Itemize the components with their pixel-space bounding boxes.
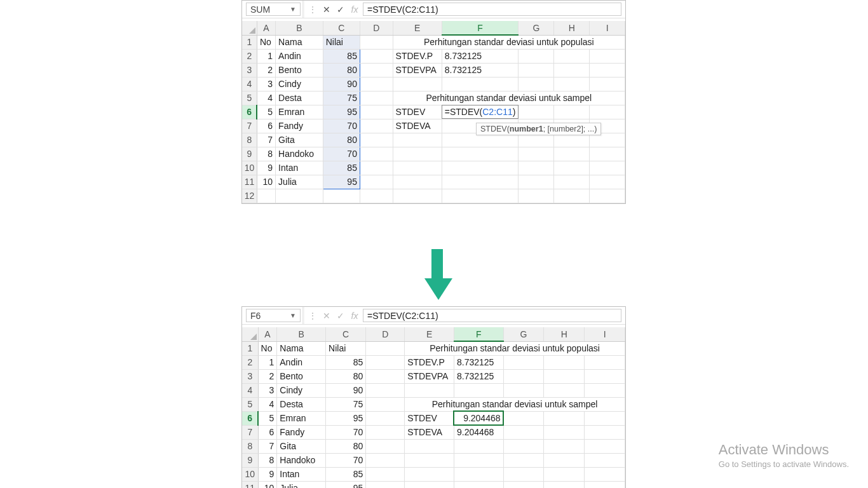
cell-A4[interactable]: 3: [258, 383, 277, 397]
cell-H3[interactable]: [544, 369, 585, 383]
cell-C10[interactable]: 85: [323, 161, 360, 175]
cell-H2[interactable]: [544, 355, 585, 369]
row-header-6[interactable]: 6: [242, 411, 258, 425]
select-all-corner[interactable]: [242, 21, 257, 35]
cell-F4[interactable]: [442, 77, 519, 91]
col-header-I[interactable]: I: [585, 327, 625, 341]
cell-A8[interactable]: 7: [258, 439, 277, 453]
cell-C7[interactable]: 70: [326, 425, 366, 439]
cell-I2[interactable]: [590, 49, 625, 63]
cell-C1[interactable]: Nilai: [323, 35, 360, 49]
cancel-icon[interactable]: ✕: [320, 1, 334, 18]
cell-D3[interactable]: [366, 369, 405, 383]
cell-D4[interactable]: [366, 383, 405, 397]
cell-F2[interactable]: 8.732125: [454, 355, 503, 369]
cell-B12[interactable]: [276, 189, 323, 203]
cell-D8[interactable]: [366, 439, 405, 453]
cell-H2[interactable]: [554, 49, 590, 63]
cell-D10[interactable]: [366, 467, 405, 481]
col-header-B[interactable]: B: [277, 327, 326, 341]
cell-B9[interactable]: Handoko: [277, 453, 326, 467]
cell-C10[interactable]: 85: [326, 467, 366, 481]
select-all-corner[interactable]: [242, 327, 258, 341]
name-box[interactable]: F6 ▼: [246, 309, 301, 322]
cell-H9[interactable]: [554, 147, 590, 161]
cell-E7[interactable]: STDEVA: [405, 425, 454, 439]
cell-B8[interactable]: Gita: [276, 133, 323, 147]
cell-I3[interactable]: [585, 369, 625, 383]
row-header-4[interactable]: 4: [242, 383, 258, 397]
formula-input[interactable]: =STDEV(C2:C11): [363, 309, 621, 322]
fx-icon[interactable]: fx: [348, 308, 362, 324]
cell-E11[interactable]: [393, 175, 442, 189]
cell-E8[interactable]: [393, 133, 442, 147]
cell-C9[interactable]: 70: [326, 453, 366, 467]
cell-E6[interactable]: STDEV: [393, 105, 442, 119]
cell-B7[interactable]: Fandy: [277, 425, 326, 439]
cell-E4[interactable]: [393, 77, 442, 91]
cell-H8[interactable]: [544, 439, 585, 453]
col-header-D[interactable]: D: [360, 21, 393, 35]
cell-F7[interactable]: 9.204468: [454, 425, 503, 439]
cell-G9[interactable]: [519, 147, 554, 161]
cell-I11[interactable]: [585, 481, 625, 488]
cell-A5[interactable]: 4: [257, 91, 275, 105]
cell-F9[interactable]: [454, 453, 503, 467]
cell-A10[interactable]: 9: [258, 467, 277, 481]
cell-G11[interactable]: [503, 481, 544, 488]
cell-A10[interactable]: 9: [257, 161, 275, 175]
cell-D2[interactable]: [360, 49, 393, 63]
cell-D9[interactable]: [366, 453, 405, 467]
cell-G4[interactable]: [503, 383, 544, 397]
cell-I6[interactable]: [590, 105, 625, 119]
cell-A4[interactable]: 3: [257, 77, 275, 91]
cell-F8[interactable]: [454, 439, 503, 453]
cell-D1[interactable]: [366, 341, 405, 355]
cell-I12[interactable]: [590, 189, 625, 203]
row-header-2[interactable]: 2: [242, 355, 258, 369]
row-header-4[interactable]: 4: [242, 77, 257, 91]
col-header-E[interactable]: E: [393, 21, 442, 35]
cell-F4[interactable]: [454, 383, 503, 397]
cell-E9[interactable]: [393, 147, 442, 161]
cell-C2[interactable]: 85: [323, 49, 360, 63]
cell-B1[interactable]: Nama: [276, 35, 323, 49]
cell-A11[interactable]: 10: [258, 481, 277, 488]
cell-C11[interactable]: 95: [326, 481, 366, 488]
col-header-G[interactable]: G: [519, 21, 554, 35]
cell-E4[interactable]: [405, 383, 454, 397]
cell-E6[interactable]: STDEV: [405, 411, 454, 425]
cell-C11[interactable]: 95: [323, 175, 360, 189]
cell-F3[interactable]: 8.732125: [442, 63, 519, 77]
cell-C5[interactable]: 75: [323, 91, 360, 105]
cell-C4[interactable]: 90: [326, 383, 366, 397]
cell-H10[interactable]: [544, 467, 585, 481]
cell-D8[interactable]: [360, 133, 393, 147]
cell-F10[interactable]: [442, 161, 519, 175]
cell-A3[interactable]: 2: [258, 369, 277, 383]
cell-B6[interactable]: Emran: [276, 105, 323, 119]
cell-I4[interactable]: [585, 383, 625, 397]
cell-I10[interactable]: [590, 161, 625, 175]
cell-D1[interactable]: [360, 35, 393, 49]
cell-E3[interactable]: STDEVPA: [393, 63, 442, 77]
cell-D2[interactable]: [366, 355, 405, 369]
col-header-H[interactable]: H: [554, 21, 590, 35]
col-header-F[interactable]: F: [454, 327, 503, 341]
cell-D11[interactable]: [360, 175, 393, 189]
cell-C12[interactable]: [323, 189, 360, 203]
cell-A5[interactable]: 4: [258, 397, 277, 411]
cell-C1[interactable]: Nilai: [326, 341, 366, 355]
cell-C4[interactable]: 90: [323, 77, 360, 91]
col-header-I[interactable]: I: [590, 21, 625, 35]
cell-A1[interactable]: No: [258, 341, 277, 355]
col-header-B[interactable]: B: [276, 21, 323, 35]
cell-G12[interactable]: [519, 189, 554, 203]
cell-E2[interactable]: STDEV.P: [393, 49, 442, 63]
cell-C2[interactable]: 85: [326, 355, 366, 369]
cell-H4[interactable]: [544, 383, 585, 397]
cell-D5[interactable]: [360, 91, 393, 105]
cell-B3[interactable]: Bento: [277, 369, 326, 383]
row-header-5[interactable]: 5: [242, 397, 258, 411]
cell-I3[interactable]: [590, 63, 625, 77]
